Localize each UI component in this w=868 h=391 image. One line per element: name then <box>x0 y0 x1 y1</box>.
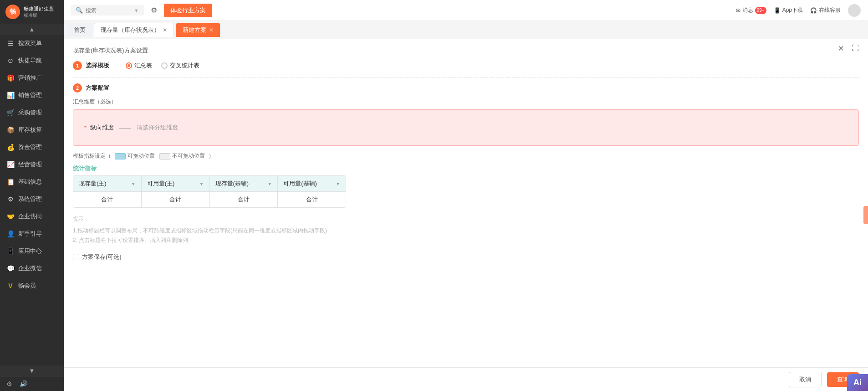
sidebar-scroll-up[interactable]: ▲ <box>0 24 64 35</box>
cancel-button[interactable]: 取消 <box>789 372 822 387</box>
sidebar: 畅 畅康通好生意 标准版 ▲ ☰ 搜索菜单 ⊙ 快捷导航 🎁 营销推广 📊 销售… <box>0 0 64 391</box>
sidebar-item-basic-info[interactable]: 📋 基础信息 <box>0 173 64 190</box>
sidebar-item-quick-nav[interactable]: ⊙ 快捷导航 <box>0 52 64 69</box>
trial-industry-button[interactable]: 体验行业方案 <box>164 4 212 17</box>
stats-col1-data: 合计 <box>73 191 142 207</box>
stats-col4-header[interactable]: 可用量(基辅) ▼ <box>278 176 346 191</box>
right-edge-handle[interactable] <box>863 206 868 224</box>
app-center-icon: 📱 <box>6 247 15 255</box>
user-avatar[interactable] <box>848 4 861 17</box>
stats-table-data-row: 合计 合计 合计 合计 <box>73 191 346 207</box>
sidebar-item-newbie[interactable]: 👤 新手引导 <box>0 225 64 242</box>
summary-dimension-label: 汇总维度（必选） <box>73 98 859 106</box>
sidebar-item-sales[interactable]: 📊 销售管理 <box>0 87 64 104</box>
sidebar-item-search-menu[interactable]: ☰ 搜索菜单 <box>0 35 64 52</box>
stats-col1-chevron-icon[interactable]: ▼ <box>131 181 136 186</box>
sidebar-item-label: 基础信息 <box>18 178 42 186</box>
tab-home[interactable]: 首页 <box>67 23 92 37</box>
stats-col2-header[interactable]: 可用量(主) ▼ <box>142 176 210 191</box>
dimension-required-mark: * <box>84 124 87 131</box>
search-input[interactable] <box>86 7 131 14</box>
search-bar[interactable]: 🔍 ▼ <box>71 5 144 15</box>
tab-new-plan[interactable]: 新建方案 ✕ <box>176 23 220 37</box>
stats-col4-label: 可用量(基辅) <box>283 180 317 188</box>
radio-summary[interactable]: 汇总表 <box>126 62 152 70</box>
enterprise-icon: 🤝 <box>6 212 15 221</box>
dropdown-icon[interactable]: ▼ <box>134 8 139 13</box>
sidebar-item-label: 系统管理 <box>18 195 42 203</box>
tip1-text: 1.拖动标题栏可以调整布局，不可跨维度或指标区域拖动栏目字段(只能在同一维度或指… <box>73 226 859 236</box>
topbar-gear-button[interactable]: ⚙ <box>148 4 160 17</box>
sidebar-item-system[interactable]: ⚙ 系统管理 <box>0 190 64 208</box>
sidebar-item-label: 企业协同 <box>18 212 42 221</box>
sidebar-item-app-center[interactable]: 📱 应用中心 <box>0 242 64 260</box>
tab-new-plan-close-icon[interactable]: ✕ <box>209 27 214 33</box>
top-right: ✉ 消息 99+ 📱 App下载 🎧 在线客服 <box>736 4 861 17</box>
tab-inventory-status[interactable]: 现存量（库存状况表） ✕ <box>94 23 174 37</box>
template-radio-group: 汇总表 交叉统计表 <box>126 62 199 70</box>
stats-col2-label: 可用量(主) <box>147 180 175 188</box>
step1-title: 选择模板 <box>86 62 109 70</box>
sidebar-settings-icon[interactable]: ⚙ <box>6 380 12 387</box>
stats-col3-data: 合计 <box>210 191 278 207</box>
ai-badge[interactable]: Ai <box>847 374 868 391</box>
stats-col3-header[interactable]: 现存量(基辅) ▼ <box>210 176 278 191</box>
stats-col2-chevron-icon[interactable]: ▼ <box>199 181 204 186</box>
purchase-icon: 🛒 <box>6 108 15 117</box>
sidebar-item-finance[interactable]: 💰 资金管理 <box>0 139 64 156</box>
sidebar-item-operations[interactable]: 📈 经营管理 <box>0 156 64 173</box>
save-checkbox[interactable] <box>73 254 79 260</box>
content-inner: 现存量(库存状况表)方案设置 1 选择模板 汇总表 <box>64 39 868 367</box>
dimension-dash: —— <box>119 124 131 131</box>
sidebar-item-label: 快捷导航 <box>18 57 42 65</box>
save-option[interactable]: 方案保存(可选) <box>73 253 859 261</box>
sidebar-scroll-down[interactable]: ▼ <box>0 365 64 376</box>
tab-inventory-close-icon[interactable]: ✕ <box>163 27 167 33</box>
non-draggable-legend-item: 不可拖动位置 <box>159 152 205 160</box>
non-draggable-legend-label: 不可拖动位置 <box>172 152 205 160</box>
headset-icon: 🎧 <box>810 7 817 14</box>
sidebar-item-member[interactable]: V 畅会员 <box>0 277 64 294</box>
sidebar-item-inventory[interactable]: 📦 库存核算 <box>0 121 64 139</box>
sidebar-item-enterprise-weixin[interactable]: 💬 企业微信 <box>0 260 64 277</box>
basic-info-icon: 📋 <box>6 178 15 186</box>
app-name-block: 畅康通好生意 标准版 <box>24 5 54 18</box>
sidebar-item-purchase[interactable]: 🛒 采购管理 <box>0 104 64 121</box>
main-area: 🔍 ▼ ⚙ 体验行业方案 ✉ 消息 99+ 📱 App下载 🎧 在线客服 <box>64 0 868 391</box>
stats-table-header-row: 现存量(主) ▼ 可用量(主) ▼ 现存量(基辅) ▼ <box>73 176 346 191</box>
sidebar-item-label: 采购管理 <box>18 108 42 117</box>
online-service-button[interactable]: 🎧 在线客服 <box>810 6 841 14</box>
finance-icon: 💰 <box>6 143 15 151</box>
app-logo: 畅 畅康通好生意 标准版 <box>0 0 64 24</box>
online-service-label: 在线客服 <box>819 6 841 14</box>
app-download-label: App下载 <box>782 6 803 14</box>
stats-col4-chevron-icon[interactable]: ▼ <box>336 181 340 186</box>
sidebar-bottom: ⚙ 🔊 <box>0 376 64 391</box>
sidebar-item-enterprise[interactable]: 🤝 企业协同 <box>0 208 64 225</box>
quick-nav-icon: ⊙ <box>6 57 15 65</box>
message-button[interactable]: ✉ 消息 99+ <box>736 6 766 14</box>
radio-cross-label: 交叉统计表 <box>170 62 199 70</box>
top-bar-left: 🔍 ▼ ⚙ 体验行业方案 <box>71 4 731 17</box>
sidebar-item-marketing[interactable]: 🎁 营销推广 <box>0 69 64 87</box>
sidebar-item-label: 经营管理 <box>18 160 42 169</box>
panel-controls: ✕ ⛶ <box>835 43 861 54</box>
sidebar-sound-icon[interactable]: 🔊 <box>20 380 27 387</box>
message-label: 消息 <box>742 6 753 14</box>
sidebar-nav: ☰ 搜索菜单 ⊙ 快捷导航 🎁 营销推广 📊 销售管理 🛒 采购管理 📦 库存核… <box>0 35 64 365</box>
step1-number: 1 <box>73 61 82 70</box>
radio-cross[interactable]: 交叉统计表 <box>161 62 199 70</box>
save-option-label: 方案保存(可选) <box>82 253 122 261</box>
message-badge: 99+ <box>755 7 766 14</box>
panel-close-button[interactable]: ✕ <box>835 43 846 54</box>
dimension-area[interactable]: * 纵向维度 —— 请选择分组维度 <box>73 109 859 146</box>
stats-col3-chevron-icon[interactable]: ▼ <box>267 181 272 186</box>
member-icon: V <box>6 282 15 290</box>
panel-expand-button[interactable]: ⛶ <box>850 43 861 54</box>
stats-table: 现存量(主) ▼ 可用量(主) ▼ 现存量(基辅) ▼ <box>73 175 346 208</box>
sidebar-item-label: 新手引导 <box>18 230 42 238</box>
sidebar-item-label: 应用中心 <box>18 247 42 255</box>
stats-col1-header[interactable]: 现存量(主) ▼ <box>73 176 142 191</box>
tab-new-plan-label: 新建方案 <box>183 26 206 34</box>
app-download-button[interactable]: 📱 App下载 <box>774 6 803 14</box>
